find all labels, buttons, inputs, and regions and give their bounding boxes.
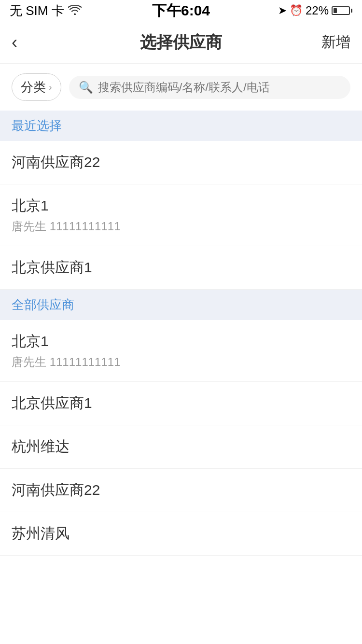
status-time: 下午6:04 <box>152 1 210 21</box>
item-name: 北京1 <box>12 196 350 216</box>
item-name: 杭州维达 <box>12 437 350 457</box>
item-name: 北京供应商1 <box>12 258 350 278</box>
battery-percent: 22% <box>306 4 329 17</box>
page-title: 选择供应商 <box>140 31 222 54</box>
item-sub: 唐先生 11111111111 <box>12 354 350 370</box>
chevron-right-icon: › <box>49 82 52 93</box>
item-name: 北京供应商1 <box>12 393 350 413</box>
nav-bar: ‹ 选择供应商 新增 <box>0 21 362 64</box>
list-item[interactable]: 北京供应商1 <box>0 246 362 290</box>
search-box[interactable]: 🔍 <box>69 76 350 99</box>
recent-section-header: 最近选择 <box>0 111 362 141</box>
recent-list: 河南供应商22北京1唐先生 11111111111北京供应商1 <box>0 141 362 290</box>
item-name: 河南供应商22 <box>12 153 350 172</box>
wifi-icon <box>68 3 82 18</box>
search-icon: 🔍 <box>79 81 93 94</box>
item-name: 苏州清风 <box>12 524 350 544</box>
list-item[interactable]: 北京1唐先生 11111111111 <box>0 184 362 246</box>
list-item[interactable]: 河南供应商22 <box>0 469 362 512</box>
all-section-header: 全部供应商 <box>0 290 362 320</box>
category-label: 分类 <box>21 79 46 96</box>
status-right: ➤ ⏰ 22% <box>278 4 352 17</box>
add-button[interactable]: 新增 <box>321 32 350 52</box>
list-item[interactable]: 北京1唐先生 11111111111 <box>0 320 362 382</box>
battery-icon <box>332 6 352 15</box>
search-input[interactable] <box>98 81 341 94</box>
alarm-icon: ⏰ <box>290 4 303 17</box>
search-area: 分类 › 🔍 <box>0 64 362 111</box>
list-item[interactable]: 北京供应商1 <box>0 382 362 425</box>
location-icon: ➤ <box>278 4 287 17</box>
status-carrier: 无 SIM 卡 <box>10 2 82 19</box>
item-sub: 唐先生 11111111111 <box>12 219 350 234</box>
all-list: 北京1唐先生 11111111111北京供应商1杭州维达河南供应商22苏州清风 <box>0 320 362 556</box>
status-bar: 无 SIM 卡 下午6:04 ➤ ⏰ 22% <box>0 0 362 21</box>
list-item[interactable]: 苏州清风 <box>0 512 362 556</box>
item-name: 北京1 <box>12 332 350 351</box>
list-item[interactable]: 杭州维达 <box>0 425 362 469</box>
category-button[interactable]: 分类 › <box>12 73 61 101</box>
item-name: 河南供应商22 <box>12 480 350 500</box>
list-item[interactable]: 河南供应商22 <box>0 141 362 184</box>
back-button[interactable]: ‹ <box>7 28 22 57</box>
